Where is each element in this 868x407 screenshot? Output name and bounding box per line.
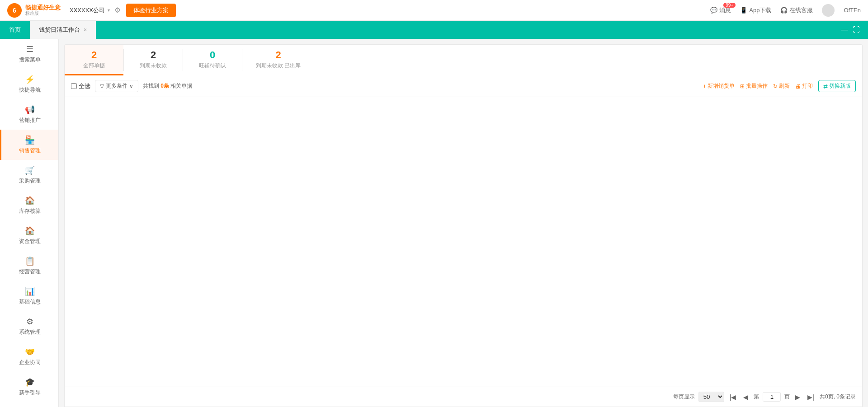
company-selector[interactable]: XXXXXX公司 ▾ — [70, 6, 110, 14]
header-right: 💬 消息 99+ 📱 App下载 🎧 在线客服 OfTEn — [710, 4, 861, 17]
page-size-label: 每页显示 — [673, 393, 695, 401]
select-all-checkbox[interactable]: 全选 — [71, 82, 90, 90]
settings-icon[interactable]: ⚙ — [114, 6, 121, 14]
refresh-btn-label: 刷新 — [779, 82, 790, 90]
first-page-btn[interactable]: |◀ — [728, 393, 738, 402]
stat-label-all: 全部单据 — [83, 62, 105, 70]
add-icon: + — [703, 83, 706, 89]
top-header: 6 畅捷通好生意 标准版 XXXXXX公司 ▾ ⚙ 体验行业方案 💬 消息 99… — [0, 0, 868, 21]
close-tab-icon[interactable]: × — [84, 27, 87, 33]
filter-btn[interactable]: ▽ 更多条件 ∨ — [95, 80, 138, 92]
toolbar: 全选 ▽ 更多条件 ∨ 共找到 0条 相关单据 + 新增销货单 — [64, 75, 863, 97]
tab-controls: — ⛶ — [836, 26, 864, 34]
message-badge: 99+ — [723, 3, 736, 8]
print-btn[interactable]: 🖨 打印 — [795, 82, 813, 90]
filter-chevron-icon: ∨ — [129, 83, 133, 89]
batch-icon: ⊞ — [740, 83, 745, 89]
sidebar-item-marketing[interactable]: 📢 营销推广 — [0, 99, 58, 130]
sidebar-item-purchase[interactable]: 🛒 采购管理 — [0, 160, 58, 190]
sidebar-item-guide[interactable]: 🎓 新手引导 — [0, 372, 58, 402]
sys-mgmt-icon: ⚙ — [26, 317, 33, 327]
stat-label-pending: 旺辅待确认 — [199, 62, 226, 70]
add-btn-label: 新增销货单 — [708, 82, 735, 90]
sidebar-item-search-menu[interactable]: ☰ 搜索菜单 — [0, 39, 58, 69]
online-service-label: 在线客服 — [789, 6, 813, 14]
stat-tab-all[interactable]: 2 全部单据 — [65, 45, 123, 75]
tab-cash-goods[interactable]: 钱货日清工作台 × — [30, 21, 96, 39]
sidebar-item-label: 搜索菜单 — [19, 56, 41, 64]
refresh-btn[interactable]: ↻ 刷新 — [773, 82, 790, 90]
logo-main: 畅捷通好生意 — [25, 4, 61, 11]
message-btn[interactable]: 💬 消息 99+ — [710, 6, 731, 14]
sidebar-item-operations[interactable]: 📋 经营管理 — [0, 251, 58, 281]
guide-icon: 🎓 — [25, 377, 35, 387]
sidebar-item-label: 系统管理 — [19, 328, 41, 336]
sales-icon: 🏪 — [25, 135, 35, 145]
tab-home[interactable]: 首页 — [0, 21, 30, 39]
main-layout: ☰ 搜索菜单 ⚡ 快捷导航 📢 营销推广 🏪 销售管理 🛒 采购管理 🏠 库存核… — [0, 39, 868, 407]
add-sales-order-btn[interactable]: + 新增销货单 — [703, 82, 735, 90]
page-size-select[interactable]: 50 100 200 — [698, 392, 724, 402]
sidebar-item-label: 企业协同 — [19, 359, 41, 366]
sidebar-item-enterprise[interactable]: 🤝 企业协同 — [0, 342, 58, 372]
minimize-icon[interactable]: — — [841, 26, 848, 34]
total-info: 共0页, 0条记录 — [820, 393, 856, 401]
found-text: 共找到 0条 相关单据 — [143, 82, 192, 90]
sidebar-item-label: 采购管理 — [19, 177, 41, 185]
sidebar-item-basic-info[interactable]: 📊 基础信息 — [0, 281, 58, 311]
purchase-icon: 🛒 — [25, 165, 35, 175]
filter-icon: ▽ — [100, 83, 104, 89]
page-input[interactable] — [763, 392, 781, 402]
switch-version-btn[interactable]: ⇄ 切换新版 — [818, 80, 856, 92]
page-label: 第 — [754, 393, 759, 401]
company-name: XXXXXX公司 — [70, 6, 105, 14]
batch-operation-btn[interactable]: ⊞ 批量操作 — [740, 82, 768, 90]
sidebar-item-sys-mgmt[interactable]: ⚙ 系统管理 — [0, 311, 58, 342]
sidebar-item-inventory[interactable]: 🏠 库存核算 — [0, 190, 58, 220]
avatar — [822, 4, 835, 17]
next-page-btn[interactable]: ▶ — [793, 393, 802, 402]
stat-tab-overdue[interactable]: 2 到期未收款 — [124, 45, 183, 75]
enterprise-icon: 🤝 — [25, 347, 35, 357]
search-menu-icon: ☰ — [26, 44, 33, 54]
sidebar-item-label: 快捷导航 — [19, 86, 41, 94]
stat-tab-pending[interactable]: 0 旺辅待确认 — [183, 45, 242, 75]
experience-btn[interactable]: 体验行业方案 — [126, 4, 176, 17]
stat-tab-overdue-out[interactable]: 2 到期未收款 已出库 — [242, 45, 314, 75]
quick-nav-icon: ⚡ — [25, 75, 35, 84]
select-all-input[interactable] — [71, 83, 77, 89]
app-download-label: App下载 — [749, 6, 771, 14]
prev-page-btn[interactable]: ◀ — [741, 393, 750, 402]
stat-number-all: 2 — [91, 49, 97, 61]
sidebar-item-finance[interactable]: 🏠 资金管理 — [0, 220, 58, 251]
sidebar-item-label: 经营管理 — [19, 268, 41, 276]
filter-label: 更多条件 — [106, 82, 127, 90]
switch-icon: ⇄ — [823, 83, 828, 89]
print-btn-label: 打印 — [802, 82, 813, 90]
sidebar-item-app-center[interactable]: 📦 应用中心 — [0, 402, 58, 407]
logo-text: 畅捷通好生意 标准版 — [25, 4, 61, 17]
maximize-icon[interactable]: ⛶ — [853, 26, 860, 34]
sidebar-item-label: 营销推广 — [19, 117, 41, 124]
sidebar-item-quick-nav[interactable]: ⚡ 快捷导航 — [0, 69, 58, 99]
select-all-label: 全选 — [79, 82, 90, 90]
app-download-btn[interactable]: 📱 App下载 — [740, 6, 771, 14]
toolbar-left: 全选 ▽ 更多条件 ∨ 共找到 0条 相关单据 — [71, 80, 698, 92]
sidebar-item-label: 销售管理 — [19, 147, 41, 154]
operations-icon: 📋 — [25, 256, 35, 266]
stat-label-overdue-out: 到期未收款 已出库 — [256, 62, 301, 70]
toolbar-right: + 新增销货单 ⊞ 批量操作 ↻ 刷新 🖨 打印 ⇄ 切换新版 — [703, 80, 856, 92]
sidebar-item-sales[interactable]: 🏪 销售管理 — [0, 130, 58, 160]
refresh-icon: ↻ — [773, 83, 778, 89]
message-icon: 💬 — [710, 7, 717, 14]
print-icon: 🖨 — [795, 83, 801, 89]
pagination: 每页显示 50 100 200 |◀ ◀ 第 页 ▶ ▶| 共0页, 0条记录 — [64, 387, 863, 407]
last-page-btn[interactable]: ▶| — [806, 393, 816, 402]
online-service-btn[interactable]: 🎧 在线客服 — [780, 6, 813, 14]
sidebar: ☰ 搜索菜单 ⚡ 快捷导航 📢 营销推广 🏪 销售管理 🛒 采购管理 🏠 库存核… — [0, 39, 59, 407]
stat-label-overdue: 到期未收款 — [140, 62, 167, 70]
stat-number-overdue-out: 2 — [276, 49, 281, 61]
inventory-icon: 🏠 — [25, 196, 35, 206]
batch-btn-label: 批量操作 — [746, 82, 768, 90]
sidebar-item-label: 库存核算 — [19, 207, 41, 215]
